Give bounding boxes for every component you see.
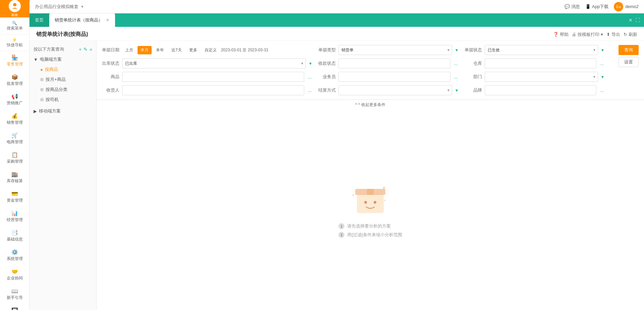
appcenter-icon: 🔲	[0, 307, 29, 310]
tab-fullscreen-btn[interactable]: ⛶	[635, 17, 640, 23]
print-dropdown-arrow[interactable]: ▾	[601, 32, 603, 37]
date-btn-this-year[interactable]: 本年	[153, 46, 167, 54]
app-download-icon: 📱	[585, 4, 591, 9]
date-range-display: 2023-03-01 至 2023-03-31	[221, 47, 268, 53]
filter-item-by-product-label: 按商品	[45, 66, 58, 72]
payment-method-input[interactable]	[338, 85, 452, 95]
tab-close-btn[interactable]: ✕	[106, 18, 109, 22]
ecommerce-icon: 🛒	[0, 132, 29, 139]
date-btn-custom[interactable]: 自定义	[202, 46, 220, 54]
message-btn[interactable]: 💬 消息	[565, 4, 580, 10]
department-control: ▾	[485, 72, 605, 82]
doc-status-input[interactable]	[485, 45, 598, 55]
department-arrow[interactable]: ▾	[600, 74, 605, 80]
sidebar-item-cooperation[interactable]: 🤝 企业协同	[0, 265, 29, 285]
salesperson-dots[interactable]: ...	[452, 74, 459, 80]
collapse-row[interactable]: ^ ^ 收起更多条件	[97, 100, 644, 110]
payment-status-field: 收款状态 ...	[318, 58, 459, 68]
export-btn[interactable]: ⬆ 导出	[606, 32, 620, 38]
template-print-label: 按模板打印	[578, 32, 599, 38]
filter-group-desktop: ▼ 电脑端方案 ● 按商品 ⊞ 按月+商品 ⊞ 按商品分类	[30, 54, 96, 105]
date-btn-this-month[interactable]: 本月	[138, 46, 152, 54]
filter-item-by-month-product[interactable]: ⊞ 按月+商品	[30, 74, 96, 85]
payment-status-dots[interactable]: ...	[452, 61, 459, 66]
sidebar-item-guide[interactable]: 📖 新手引导	[0, 285, 29, 304]
filter-group-mobile-header[interactable]: ▶ 移动端方案	[30, 106, 96, 116]
filter-item-by-product[interactable]: ● 按商品	[30, 64, 96, 74]
system-icon: ⚙️	[0, 249, 29, 255]
page-content: 销货单统计表(按商品) ❓ 帮助 🖨 按模板打印 ▾ ⬆ 导出 ↻ 刷新	[30, 27, 644, 310]
product-input[interactable]	[122, 72, 304, 82]
sidebar-item-retail[interactable]: 🏪 零售管理	[0, 51, 29, 70]
template-print-btn[interactable]: 🖨 按模板打印 ▾	[572, 32, 603, 38]
doc-status-dots[interactable]: ▾	[600, 47, 605, 53]
doc-status-label: 单据状态	[465, 47, 485, 53]
sidebar-item-system[interactable]: ⚙️ 系统管理	[0, 246, 29, 265]
help-label: 帮助	[560, 32, 569, 38]
doc-status-control: ▾	[485, 45, 605, 55]
collapse-panel-btn[interactable]: «	[90, 47, 92, 52]
sidebar-search-item[interactable]: 🔍 搜索菜单	[0, 17, 29, 35]
filter-row-1: 单据日期 上月 本月 本年 近7天 更多 自定义	[102, 45, 639, 55]
logo-text: 标账	[11, 13, 18, 17]
sidebar-item-operations[interactable]: 📊 经营管理	[0, 207, 29, 226]
filter-item-by-category[interactable]: ⊞ 按商品分类	[30, 85, 96, 95]
refresh-btn[interactable]: ↻ 刷新	[624, 32, 637, 38]
warehouse-input[interactable]	[485, 58, 597, 68]
edit-scheme-btn[interactable]: ✎	[84, 47, 88, 52]
sidebar-item-marketing[interactable]: 📢 营销推广	[0, 90, 29, 109]
filter-item-by-cashier[interactable]: ⊞ 按司机	[30, 95, 96, 105]
export-label: 导出	[611, 32, 620, 38]
user-area[interactable]: Ea demo2	[614, 2, 639, 11]
query-button[interactable]: 查询	[619, 45, 639, 55]
help-btn[interactable]: ❓ 帮助	[553, 32, 569, 38]
filter-item-by-cashier-label: 按司机	[46, 97, 59, 103]
filter-row-4: 收货人 ... 结算方式	[102, 85, 639, 95]
payment-status-input[interactable]	[338, 58, 450, 68]
warehouse-label: 仓库	[465, 60, 485, 66]
brand-input[interactable]	[485, 85, 597, 95]
tab-close-all-btn[interactable]: ✕	[629, 17, 633, 23]
doc-type-dots[interactable]: ▾	[454, 47, 459, 53]
add-scheme-btn[interactable]: +	[79, 47, 82, 52]
sidebar-quick-nav[interactable]: ⚡ 快捷导航	[0, 35, 29, 51]
sidebar-item-inventory[interactable]: 🏬 库存核算	[0, 168, 29, 187]
recipient-dots[interactable]: ...	[306, 88, 313, 93]
dropdown-arrow[interactable]: ▾	[81, 4, 84, 9]
recipient-input[interactable]	[122, 85, 304, 95]
empty-illustration: ✦ ✦ ✦	[350, 179, 390, 216]
warehouse-status-arrow[interactable]: ▾	[308, 61, 313, 66]
date-btn-7days[interactable]: 近7天	[168, 46, 185, 54]
svg-point-4	[364, 201, 367, 204]
tab-sales-stats[interactable]: 销货单统计表（按商品） ✕	[49, 13, 115, 27]
payment-method-select-wrapper	[338, 85, 452, 95]
sidebar-item-sales[interactable]: 💰 销售管理	[0, 109, 29, 129]
product-dots[interactable]: ...	[306, 74, 313, 80]
sidebar-item-appcenter[interactable]: 🔲 应用中心	[0, 304, 29, 310]
sidebar-item-finance[interactable]: 💳 资金管理	[0, 187, 29, 207]
sidebar-item-ecommerce[interactable]: 🛒 电商管理	[0, 129, 29, 148]
sidebar-item-basic[interactable]: 📑 基础信息	[0, 226, 29, 246]
date-btn-more[interactable]: 更多	[186, 46, 200, 54]
collapse-icon: ^	[355, 102, 357, 107]
department-input[interactable]	[485, 72, 598, 82]
tab-sales-stats-label: 销货单统计表（按商品）	[55, 17, 103, 23]
doc-type-input[interactable]	[338, 45, 452, 55]
payment-method-arrow[interactable]: ▾	[454, 88, 459, 93]
warehouse-dots[interactable]: ...	[598, 61, 605, 66]
warehouse-status-input[interactable]	[122, 58, 306, 68]
brand-dots[interactable]: ...	[598, 88, 605, 93]
payment-method-field: 结算方式 ▾	[318, 85, 459, 95]
setting-button[interactable]: 设置	[619, 57, 639, 67]
filter-item-by-category-label: 按商品分类	[46, 87, 67, 93]
sidebar-item-wholesale[interactable]: 📦 批发管理	[0, 70, 29, 90]
app-download-btn[interactable]: 📱 App下载	[585, 4, 608, 10]
tab-home[interactable]: 首页	[30, 13, 49, 27]
help-icon: ❓	[553, 32, 558, 37]
date-btn-last-month[interactable]: 上月	[122, 46, 136, 54]
salesperson-input[interactable]	[338, 72, 450, 82]
sidebar-item-purchase[interactable]: 📋 采购管理	[0, 148, 29, 168]
tip-1-text: 请先选择要分析的方案	[347, 223, 391, 229]
filter-group-desktop-header[interactable]: ▼ 电脑端方案	[30, 54, 96, 64]
svg-point-0	[13, 3, 16, 6]
